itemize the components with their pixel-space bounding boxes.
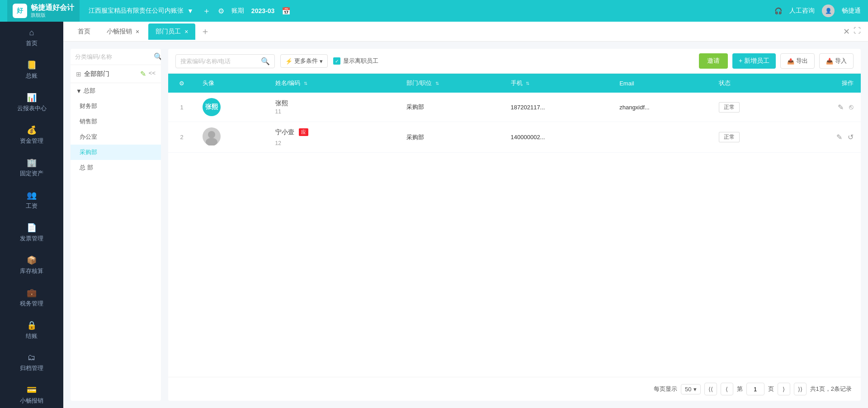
sidebar-item-archive[interactable]: 🗂 归档管理 xyxy=(0,347,63,379)
dept-item-bangongshi[interactable]: 办公室 xyxy=(71,129,161,145)
dept-item-caiwu[interactable]: 财务部 xyxy=(71,98,161,114)
main-layout: ⌂ 首页 📒 总账 📊 云报表中心 💰 资金管理 🏢 固定资产 👥 工资 📄 发… xyxy=(0,22,868,408)
window-expand-icon[interactable]: ⛶ xyxy=(854,27,861,37)
row2-code: 12 xyxy=(275,140,392,146)
employee-search-input[interactable] xyxy=(180,58,258,65)
asset-icon: 🏢 xyxy=(27,158,37,168)
dept-item-label-caiwu: 财务部 xyxy=(80,103,97,109)
sidebar-item-tax[interactable]: 💼 税务管理 xyxy=(0,281,63,314)
app-sub: 旗舰版 xyxy=(31,12,74,19)
page-number-prefix: 第 xyxy=(737,385,743,393)
sidebar-item-close[interactable]: 🔒 结账 xyxy=(0,314,63,347)
tab-employee-close[interactable]: × xyxy=(184,28,188,35)
col-phone[interactable]: 手机 ⇅ xyxy=(504,74,613,93)
per-page-label: 每页显示 xyxy=(654,385,677,393)
dept-search-icon[interactable]: 🔍 xyxy=(154,52,161,61)
row1-dept: 采购部 xyxy=(399,93,503,122)
tab-expense-label: 小畅报销 xyxy=(107,28,132,36)
status-badge-1: 正常 xyxy=(719,102,740,113)
tab-expense[interactable]: 小畅报销 × xyxy=(99,23,146,40)
sidebar-label-tax: 税务管理 xyxy=(20,300,43,308)
dept-edit-icon[interactable]: ✎ xyxy=(140,70,146,78)
col-dept-position[interactable]: 部门/职位 ⇅ xyxy=(399,74,503,93)
dept-group-zongbu[interactable]: ▼ 总部 xyxy=(71,83,161,98)
col-settings[interactable]: ⚙ xyxy=(168,74,195,93)
employee-search-icon[interactable]: 🔍 xyxy=(261,57,270,66)
last-page-button[interactable]: ⟩⟩ xyxy=(794,383,807,395)
header-right: 🎧 人工咨询 👤 畅捷通 xyxy=(774,5,861,17)
table-header-row: ⚙ 头像 姓名/编码 ⇅ xyxy=(168,74,861,93)
tab-employee-label: 部门员工 xyxy=(156,28,181,36)
col-name-code[interactable]: 姓名/编码 ⇅ xyxy=(268,74,400,93)
tab-bar: 首页 小畅报销 × 部门员工 × ＋ ✕ ⛶ xyxy=(63,22,868,42)
row1-logout-icon[interactable]: ⎋ xyxy=(849,103,854,112)
filter-icon: ⚡ xyxy=(285,58,292,65)
tab-home[interactable]: 首页 xyxy=(71,23,98,40)
consult-label[interactable]: 人工咨询 xyxy=(789,7,815,15)
invite-button[interactable]: 邀请 xyxy=(699,53,728,69)
add-icon[interactable]: ＋ xyxy=(203,5,211,16)
next-page-icon: ⟩ xyxy=(783,386,785,393)
filter-button[interactable]: ⚡ 更多条件 ▾ xyxy=(280,54,328,68)
per-page-select[interactable]: 50 ▾ xyxy=(681,384,700,394)
dept-item-xiaoshou[interactable]: 销售部 xyxy=(71,114,161,129)
sidebar-item-home[interactable]: ⌂ 首页 xyxy=(0,22,63,54)
sidebar-item-fund[interactable]: 💰 资金管理 xyxy=(0,119,63,151)
row2-edit-icon[interactable]: ✎ xyxy=(836,133,842,141)
dept-search-input[interactable] xyxy=(75,53,151,60)
period-value: 2023-03 xyxy=(251,7,274,14)
page-label: 页 xyxy=(768,385,774,393)
sidebar-item-invoice[interactable]: 📄 发票管理 xyxy=(0,216,63,249)
employee-search-box: 🔍 xyxy=(175,54,275,68)
filter-dropdown-icon: ▾ xyxy=(320,58,323,65)
settings-icon[interactable]: ⚙ xyxy=(218,7,224,15)
row1-edit-icon[interactable]: ✎ xyxy=(838,103,844,112)
import-button[interactable]: 📥 导入 xyxy=(819,53,854,69)
table-row: 1 张熙 张熙 11 xyxy=(168,93,861,122)
app-title-group: 畅捷通好会计 旗舰版 xyxy=(31,3,74,19)
row1-code: 11 xyxy=(275,108,392,115)
row2-delete-icon[interactable]: ↺ xyxy=(848,133,854,141)
add-employee-button[interactable]: + 新增员工 xyxy=(732,53,776,69)
col-email: Email xyxy=(612,74,712,93)
page-number-input[interactable] xyxy=(746,383,764,395)
sort-dept-icon: ⇅ xyxy=(435,81,439,86)
collapse-arrow-icon: ▼ xyxy=(76,88,82,94)
sidebar-item-ledger[interactable]: 📒 总账 xyxy=(0,54,63,86)
dept-item-caigou[interactable]: 采购部 xyxy=(71,145,161,160)
sidebar-item-inventory[interactable]: 📦 库存核算 xyxy=(0,249,63,281)
sidebar-item-salary[interactable]: 👥 工资 xyxy=(0,184,63,216)
first-page-button[interactable]: ⟨⟨ xyxy=(704,383,717,395)
dept-item-zongbu-sub[interactable]: 总 部 xyxy=(71,160,161,175)
table-row: 2 xyxy=(168,122,861,153)
company-selector[interactable]: 江西服宝精品有限责任公司内账张 ▼ xyxy=(89,7,193,15)
show-leave-checkbox[interactable]: ✓ xyxy=(333,57,340,65)
prev-page-button[interactable]: ⟨ xyxy=(721,383,733,395)
row1-name-code: 张熙 11 xyxy=(268,93,400,122)
content-main: 🔍 ⊞ 全部部门 ✎ << ▼ 总部 财务部 xyxy=(63,42,868,408)
sidebar-label-close: 结账 xyxy=(26,332,38,340)
sidebar-item-asset[interactable]: 🏢 固定资产 xyxy=(0,151,63,184)
user-avatar: 👤 xyxy=(822,5,835,17)
dept-all-header[interactable]: ⊞ 全部部门 ✎ << xyxy=(71,65,161,83)
export-button[interactable]: 📤 导出 xyxy=(780,53,815,69)
grid-icon: ⊞ xyxy=(76,70,81,78)
employee-data-table: ⚙ 头像 姓名/编码 ⇅ xyxy=(168,74,861,153)
tab-employee[interactable]: 部门员工 × xyxy=(148,23,195,40)
company-name: 江西服宝精品有限责任公司内账张 xyxy=(89,7,184,15)
col-avatar: 头像 xyxy=(195,74,268,93)
col-status: 状态 xyxy=(712,74,790,93)
per-page-value: 50 xyxy=(685,386,691,393)
top-header: 好 畅捷通好会计 旗舰版 江西服宝精品有限责任公司内账张 ▼ ＋ ⚙ 账期 20… xyxy=(0,0,868,22)
dept-collapse-btn[interactable]: << xyxy=(149,70,156,78)
row2-email xyxy=(612,122,712,153)
export-icon: 📤 xyxy=(787,58,794,65)
sidebar-item-expense[interactable]: 💳 小畅报销 xyxy=(0,379,63,408)
tab-expense-close[interactable]: × xyxy=(136,28,139,35)
tab-add-button[interactable]: ＋ xyxy=(197,25,213,38)
sidebar-item-report[interactable]: 📊 云报表中心 xyxy=(0,86,63,119)
employee-toolbar: 🔍 ⚡ 更多条件 ▾ ✓ 显示离职员工 邀请 + 新增员工 xyxy=(168,49,861,74)
next-page-button[interactable]: ⟩ xyxy=(778,383,790,395)
window-close-icon[interactable]: ✕ xyxy=(843,27,850,37)
calendar-icon[interactable]: 📅 xyxy=(282,7,291,15)
